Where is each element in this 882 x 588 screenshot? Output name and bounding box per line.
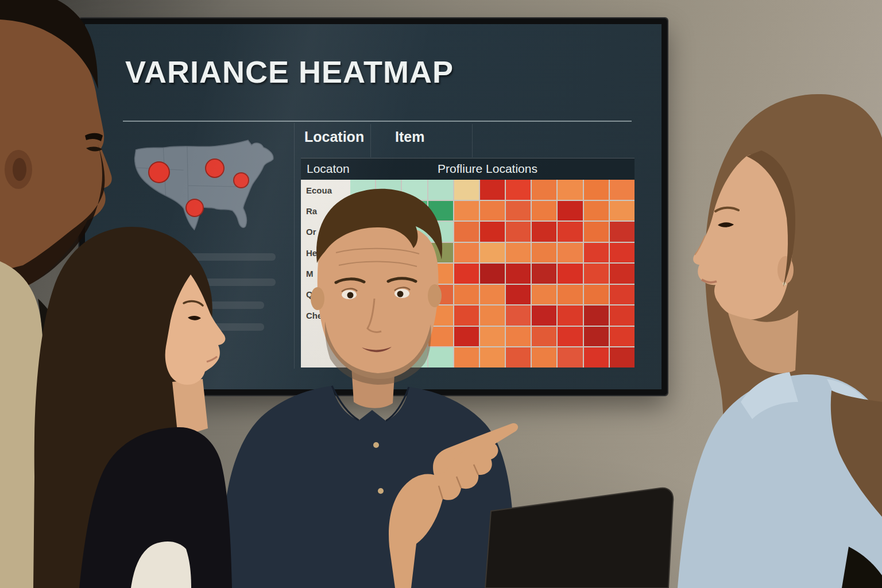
- heatmap-row-label: [301, 347, 350, 368]
- heatmap-cell: [532, 347, 556, 368]
- heatmap-cell: [584, 264, 609, 284]
- heatmap-cell: [506, 285, 531, 305]
- heatmap-cell: [376, 347, 401, 368]
- heatmap-row-label: Ra: [301, 200, 350, 221]
- left-man-jacket: [0, 261, 45, 588]
- heatmap-cell: [376, 285, 401, 305]
- heatmap-table-header: Locaton Profliure Locations: [301, 158, 635, 181]
- heatmap-cell: [402, 264, 427, 284]
- heatmap-cell: [610, 180, 635, 200]
- right-woman-face: [693, 154, 792, 319]
- map-location-marker: [233, 172, 249, 188]
- left-woman-blouse: [131, 541, 191, 588]
- heatmap-cell: [376, 243, 401, 263]
- heatmap-cell: [480, 327, 505, 347]
- table-header-location: Locaton: [307, 162, 350, 176]
- heatmap-cell: [558, 347, 582, 368]
- heatmap-cell: [584, 222, 609, 242]
- heatmap-cell: [402, 222, 427, 242]
- right-woman-collar: [741, 372, 868, 419]
- heatmap-cell: [402, 285, 427, 305]
- heatmap-cell: [532, 305, 556, 326]
- item-column-label: Item: [395, 129, 424, 145]
- heatmap-cell: [428, 201, 453, 221]
- heatmap-cell: [532, 264, 556, 284]
- dashboard-screen: VARIANCE HEATMAP Location Item Locaton P…: [85, 24, 662, 389]
- heatmap-row-label: Che: [301, 305, 350, 326]
- hand-thumb: [434, 445, 466, 475]
- heatmap-row-label: [301, 326, 350, 346]
- right-woman-ear: [777, 256, 794, 284]
- heatmap-cell: [350, 243, 375, 263]
- heatmap-cell: [584, 305, 609, 326]
- heatmap-cell: [480, 201, 505, 221]
- heatmap-row-label: Or: [301, 222, 350, 242]
- laptop-lid: [485, 488, 673, 588]
- column-separator-line: [370, 124, 371, 157]
- heatmap-cell: [610, 222, 635, 242]
- heatmap-grid: [350, 180, 635, 368]
- heatmap-cell: [376, 201, 401, 221]
- heatmap-row-label-column: EcouaRaOrHeMQuChe: [301, 180, 351, 368]
- heatmap-cell: [350, 264, 375, 284]
- heatmap-cell: [376, 180, 401, 200]
- heatmap-cell: [402, 243, 427, 263]
- heatmap-cell: [506, 243, 531, 263]
- right-woman-earring: [783, 282, 786, 285]
- map-location-marker: [185, 199, 204, 217]
- placeholder-bar: [160, 323, 264, 331]
- heatmap-cell: [558, 201, 582, 221]
- heatmap-cell: [376, 264, 401, 284]
- heatmap-cell: [506, 305, 531, 326]
- heatmap-cell: [402, 180, 427, 200]
- location-column-label: Location: [304, 129, 364, 145]
- heatmap-cell: [584, 347, 609, 368]
- heatmap-row-label: Ecoua: [301, 180, 350, 200]
- heatmap-cell: [428, 180, 453, 200]
- us-map: [126, 130, 281, 235]
- right-woman-nose-shade: [695, 235, 705, 255]
- heatmap-cell: [350, 180, 375, 200]
- heatmap-cell: [350, 201, 375, 221]
- left-man-ear-inner: [13, 158, 26, 181]
- heatmap-cell: [610, 327, 635, 347]
- heatmap-cell: [558, 180, 582, 200]
- panel-separator-line: [294, 123, 295, 369]
- heatmap-cell: [584, 327, 609, 347]
- left-man-ear: [5, 150, 32, 189]
- heatmap-cell: [584, 243, 609, 263]
- heatmap-cell: [506, 201, 531, 221]
- heatmap-cell: [480, 243, 505, 263]
- heatmap-cell: [532, 201, 556, 221]
- heatmap-cell: [532, 243, 556, 263]
- us-map-panel: [126, 130, 281, 235]
- heatmap-cell: [350, 305, 375, 326]
- right-woman-eye: [718, 222, 734, 227]
- left-woman-blazer: [79, 427, 232, 588]
- heatmap-cell: [558, 285, 582, 305]
- right-woman-hair-back: [705, 94, 882, 517]
- shirt-button: [373, 442, 379, 448]
- heatmap-cell: [350, 327, 375, 347]
- heatmap-cell: [454, 347, 479, 368]
- presenter-pointing-hand: [389, 423, 518, 588]
- heatmap-cell: [376, 222, 401, 242]
- heatmap-cell: [350, 347, 375, 368]
- heatmap-cell: [454, 243, 479, 263]
- shirt-button: [378, 488, 384, 494]
- heatmap-cell: [480, 285, 505, 305]
- heatmap-cell: [428, 264, 453, 284]
- heatmap-cell: [558, 243, 582, 263]
- heatmap-cell: [532, 327, 556, 347]
- heatmap-cell: [402, 347, 427, 368]
- heatmap-cell: [584, 285, 609, 305]
- placeholder-bar: [146, 278, 276, 286]
- person-right-woman: [678, 94, 882, 588]
- placeholder-bar: [155, 301, 264, 309]
- heatmap-cell: [454, 222, 479, 242]
- heatmap-cell: [376, 305, 401, 326]
- heatmap-cell: [428, 305, 453, 326]
- map-location-marker: [205, 158, 225, 178]
- heatmap-cell: [454, 305, 479, 326]
- dashboard-title: VARIANCE HEATMAP: [125, 54, 454, 90]
